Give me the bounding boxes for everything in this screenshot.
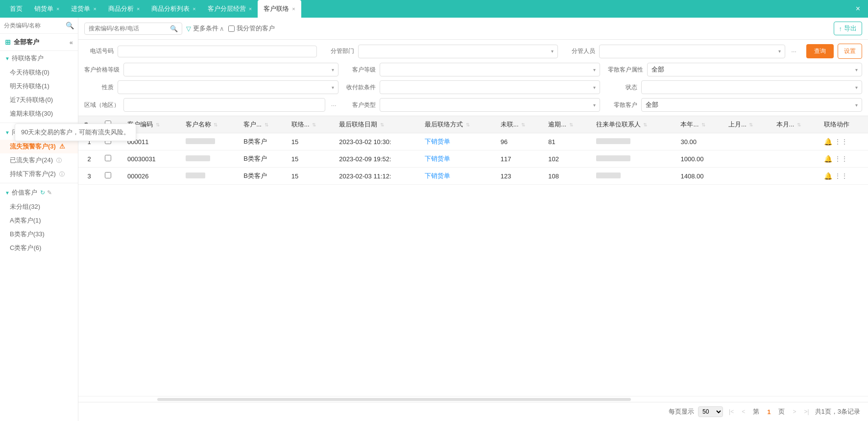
tab-product-list[interactable]: 商品分析列表 ×	[145, 0, 201, 18]
filter-select-customer-type[interactable]: ▾	[380, 98, 601, 112]
filter-search-input[interactable]	[89, 25, 170, 32]
tab-sales[interactable]: 销货单 ×	[28, 0, 65, 18]
tab-customer-tier[interactable]: 客户分层经营 ×	[202, 0, 258, 18]
tab-purchase[interactable]: 进货单 ×	[65, 0, 102, 18]
col-last-contact-date[interactable]: 最后联络日期 ⇅	[334, 116, 420, 133]
sidebar-item-tomorrow-pending[interactable]: 明天待联络(1)	[0, 79, 78, 93]
tab-purchase-close[interactable]: ×	[93, 6, 96, 12]
filter-select-gender[interactable]: ▾	[118, 80, 338, 94]
sidebar-search-input[interactable]	[4, 22, 65, 29]
filter-select-dept[interactable]: ▾	[358, 45, 557, 58]
per-page-select[interactable]: 50 100 200	[698, 406, 723, 417]
row-3-more-icon[interactable]: ⋮⋮	[834, 172, 848, 180]
col-unit-contact[interactable]: 往来单位联系人 ⇅	[591, 116, 676, 133]
next-page-button[interactable]: >	[791, 407, 798, 416]
tab-product-list-close[interactable]: ×	[193, 6, 195, 12]
row-2-num: 2	[78, 150, 100, 168]
col-name[interactable]: 客户名称 ⇅	[181, 116, 239, 133]
row-2-select[interactable]	[105, 155, 111, 161]
filter-select-retail-customer[interactable]: 全部 ▾	[641, 98, 862, 112]
scrollbar-track[interactable]	[157, 398, 631, 401]
close-window-button[interactable]: ×	[852, 4, 864, 13]
tab-customer-link-close[interactable]: ×	[292, 6, 295, 12]
sidebar-item-churn-warning[interactable]: 流失预警客户(3) ⚠	[0, 140, 78, 153]
filter-select-status[interactable]: ▾	[641, 80, 862, 94]
filter-search-button[interactable]: 🔍	[170, 25, 178, 32]
tab-home[interactable]: 首页	[4, 0, 28, 18]
col-contact[interactable]: 联络... ⇅	[287, 116, 335, 133]
sidebar-item-today-pending[interactable]: 今天待联络(0)	[0, 66, 78, 79]
horizontal-scrollbar[interactable]	[78, 396, 868, 402]
settings-button[interactable]: 设置	[838, 44, 862, 59]
export-button[interactable]: ↑ 导出	[834, 22, 863, 35]
sidebar-collapse-icon[interactable]: «	[70, 39, 73, 46]
filter-search-box[interactable]: 🔍	[84, 23, 182, 35]
edit-icon[interactable]: ✎	[47, 189, 52, 196]
filter-select-payment[interactable]: ▾	[380, 80, 601, 94]
col-type[interactable]: 客户... ⇅	[239, 116, 287, 133]
row-3-checkbox[interactable]	[100, 168, 122, 185]
sidebar-item-class-a[interactable]: A类客户(1)	[0, 214, 78, 227]
filter-row-4: 区域（地区） ··· 客户类型 ▾ 零散客户 全部 ▾	[84, 98, 862, 112]
col-uncontacted[interactable]: 未联... ⇅	[496, 116, 544, 133]
col-overdue[interactable]: 逾期... ⇅	[543, 116, 591, 133]
row-3-uncontacted: 123	[496, 168, 544, 185]
sidebar-item-unclassified[interactable]: 未分组(32)	[0, 200, 78, 214]
row-1-contact-icon[interactable]: 🔔	[824, 138, 832, 146]
sidebar-item-class-b[interactable]: B类客户(33)	[0, 227, 78, 241]
sidebar-group-pending-title[interactable]: ▼ 待联络客户	[0, 51, 78, 66]
more-dot-region[interactable]: ···	[329, 101, 338, 109]
row-2-uncontacted: 117	[496, 150, 544, 168]
last-page-button[interactable]: >|	[802, 407, 811, 416]
row-3-method-link[interactable]: 下销货单	[425, 172, 450, 179]
refresh-icon[interactable]: ↻	[40, 189, 45, 196]
row-2-contact-icon[interactable]: 🔔	[824, 155, 832, 163]
sidebar-item-class-c[interactable]: C类客户(6)	[0, 241, 78, 255]
tab-customer-link[interactable]: 客户联络 ×	[258, 0, 301, 18]
sidebar-item-declining[interactable]: 持续下滑客户(2) ⓘ	[0, 167, 78, 181]
row-2-method-link[interactable]: 下销货单	[425, 155, 450, 162]
table-row: 3 000026 B类客户 15 2023-02-03 11:12: 下销货单 …	[78, 168, 868, 185]
tab-sales-close[interactable]: ×	[56, 6, 59, 12]
row-3-name	[181, 168, 239, 185]
sidebar-group-value-title[interactable]: ▼ 价值客户 ↻ ✎	[0, 185, 78, 200]
sidebar-all-customers[interactable]: ⊞ 全部客户 «	[0, 34, 78, 51]
data-table-container[interactable]: ⚙ 客户编码 ⇅ 客户名称 ⇅	[78, 116, 868, 396]
col-this-month[interactable]: 本月... ⇅	[772, 116, 820, 133]
more-dot-manager[interactable]: ···	[789, 48, 798, 55]
sidebar-item-overdue-uncontact[interactable]: 逾期未联络(30)	[0, 107, 78, 121]
first-page-button[interactable]: |<	[727, 407, 736, 416]
tab-product-analysis-close[interactable]: ×	[137, 6, 140, 12]
arrow-down-icon-2: ▼	[5, 130, 10, 135]
row-3-select[interactable]	[105, 172, 111, 178]
prev-page-button[interactable]: <	[740, 407, 747, 416]
tab-product-analysis[interactable]: 商品分析 ×	[102, 0, 145, 18]
row-1-method-link[interactable]: 下销货单	[425, 138, 450, 145]
sidebar-item-7day-pending[interactable]: 近7天待联络(0)	[0, 93, 78, 107]
row-3-last-contact-method[interactable]: 下销货单	[420, 168, 496, 185]
row-2-this-year: 1000.00	[675, 150, 723, 168]
my-customers-checkbox[interactable]	[228, 25, 235, 32]
row-3-contact-icon[interactable]: 🔔	[824, 172, 832, 180]
filter-select-customer-level[interactable]: ▾	[380, 63, 601, 76]
filter-select-manager[interactable]: ▾	[599, 45, 785, 58]
col-last-contact-method[interactable]: 最后联络方式 ⇅	[420, 116, 496, 133]
row-2-checkbox[interactable]	[100, 150, 122, 168]
filter-select-price-level[interactable]: ▾	[123, 63, 338, 76]
row-2-last-contact-method[interactable]: 下销货单	[420, 150, 496, 168]
filter-input-phone[interactable]	[118, 46, 317, 57]
tab-customer-tier-close[interactable]: ×	[249, 6, 252, 12]
row-1-more-icon[interactable]: ⋮⋮	[834, 138, 848, 146]
col-last-month[interactable]: 上月... ⇅	[723, 116, 772, 133]
col-this-year[interactable]: 本年... ⇅	[675, 116, 723, 133]
row-2-more-icon[interactable]: ⋮⋮	[834, 155, 848, 163]
filter-select-retail-attr[interactable]: 全部 ▾	[647, 63, 862, 76]
sidebar-item-churned[interactable]: 已流失客户(24) ⓘ	[0, 153, 78, 167]
my-customers-checkbox-area[interactable]: 我分管的客户	[228, 24, 275, 33]
row-1-name	[181, 133, 239, 150]
query-button[interactable]: 查询	[806, 44, 834, 58]
filter-select-region[interactable]	[123, 98, 325, 112]
sort-icon-code: ⇅	[156, 122, 160, 127]
filter-more-conditions[interactable]: ▽ 更多条件 ∧	[186, 24, 224, 33]
row-1-last-contact-method[interactable]: 下销货单	[420, 133, 496, 150]
